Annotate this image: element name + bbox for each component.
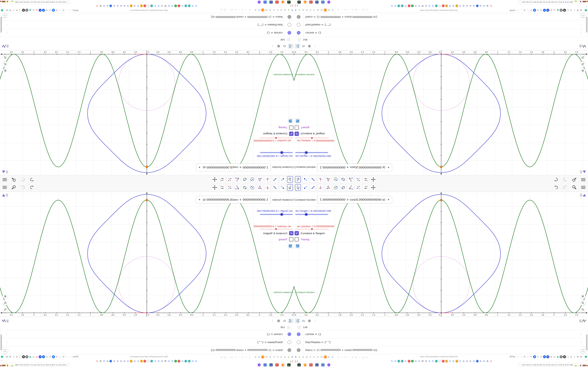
bookmark-favicon-G[interactable]: G <box>103 360 105 362</box>
extension-icon[interactable]: ● <box>35 9 38 12</box>
extension-icon[interactable]: ☆ <box>516 9 519 12</box>
bookmark-favicon-G[interactable]: G <box>181 5 184 7</box>
ellipse-tool-icon[interactable] <box>242 184 248 191</box>
line-tool-icon[interactable] <box>272 176 278 183</box>
extension-icon[interactable]: ↻ <box>312 355 316 359</box>
arc-position-slider-handle[interactable] <box>275 228 277 230</box>
extension-icon[interactable]: ○ <box>347 356 351 359</box>
curvature-tangent-checkbox[interactable]: ✓ <box>294 132 299 136</box>
bookmark-favicon-G[interactable]: G <box>432 5 434 7</box>
bookmark-favicon-bluedot[interactable] <box>476 5 479 7</box>
extension-icon[interactable]: ⊕ <box>305 8 308 12</box>
extension-icon[interactable]: ↻ <box>272 355 276 359</box>
extension-icon[interactable]: → <box>65 9 68 12</box>
extension-icon[interactable]: → <box>520 9 523 12</box>
redo-button[interactable] <box>20 177 26 182</box>
scrollbar-thumb[interactable] <box>0 334 2 350</box>
extension-icon[interactable]: ▼ <box>294 8 297 12</box>
bookmark-favicon-G[interactable]: G <box>404 5 407 7</box>
arc-length-slider[interactable] <box>295 152 328 153</box>
angle-tool-icon[interactable]: α <box>348 176 354 183</box>
extension-icon[interactable]: V <box>546 355 549 358</box>
algebra-panel-toggle-icon[interactable] <box>579 44 586 48</box>
point-tool-icon[interactable]: A <box>280 176 285 183</box>
extension-icon[interactable]: → <box>65 355 68 358</box>
bookmark-favicon-img[interactable]: ▲ <box>456 5 458 7</box>
extension-icon[interactable]: ⊙ <box>234 8 237 11</box>
stylebar-more-icon[interactable]: ⋮ <box>314 319 317 322</box>
extension-icon[interactable]: ⊕ <box>302 355 305 359</box>
bookmark-favicon-flower[interactable]: ✿ <box>452 360 455 362</box>
home-icon[interactable] <box>3 294 8 299</box>
bookmark-favicon-flower[interactable]: ✿ <box>479 5 482 7</box>
bookmark-favicon-flower[interactable]: ✿ <box>116 5 119 7</box>
extension-icon[interactable]: ↻ <box>312 8 316 12</box>
extension-icon[interactable]: ☆ <box>516 355 519 358</box>
step-forward-button[interactable]: ▶❙ <box>295 119 300 123</box>
tracing-checkbox[interactable] <box>294 237 299 242</box>
extension-icon[interactable]: ⇧ <box>12 355 15 358</box>
taskbar-monitor-icon[interactable]: ▤ <box>269 363 273 367</box>
list-item[interactable]: funcs = {1.000000000000 + cos(4.00000000… <box>294 346 588 354</box>
extension-icon[interactable]: ○ <box>340 356 344 359</box>
extension-icon[interactable]: ✎ <box>530 355 533 358</box>
chevron-up-icon[interactable]: ⌃ <box>585 360 587 362</box>
chevron-down-icon[interactable]: ▼ <box>199 198 201 201</box>
extension-icon[interactable]: ❏ <box>231 356 234 359</box>
extension-icon[interactable]: + <box>543 9 546 12</box>
list-item[interactable]: curves = {}⋮ <box>0 29 294 37</box>
circle-tool-icon[interactable] <box>250 176 255 183</box>
extension-icon[interactable]: V <box>39 355 42 358</box>
extension-icon[interactable]: ↻ <box>272 8 276 12</box>
extension-icon[interactable]: A <box>513 9 516 12</box>
extension-icon[interactable]: ⇧ <box>12 9 15 12</box>
visibility-toggle[interactable] <box>287 348 291 352</box>
perpendicular-line-tool-icon[interactable] <box>265 176 270 183</box>
bookmark-favicon-info[interactable]: i <box>147 5 150 7</box>
extension-icon[interactable]: ⊙ <box>337 8 340 11</box>
extension-icon[interactable]: A <box>52 9 55 12</box>
home-icon[interactable] <box>3 68 8 73</box>
bookmark-favicon-bluedot[interactable] <box>110 360 112 362</box>
extension-icon[interactable]: ⚒ <box>320 8 323 12</box>
polygon-tool-icon[interactable] <box>257 184 263 191</box>
graph-area[interactable]: -2.6-2.4-2.2-2-1.8-1.6-1.4-1.2-1-0.8-0.6… <box>0 192 294 317</box>
profile-avatar[interactable] <box>585 9 587 11</box>
extension-icon[interactable]: ⊙ <box>241 356 244 359</box>
extension-icon[interactable]: ◻ <box>220 356 223 359</box>
arc-length-slider-handle[interactable] <box>280 151 284 154</box>
extension-icon[interactable]: ⊙ <box>248 8 251 11</box>
bookmark-favicon-teal[interactable] <box>435 360 438 362</box>
fx-view-icon[interactable]: f x <box>301 44 306 48</box>
bookmark-favicon-gear[interactable]: ⚙ <box>99 360 102 362</box>
extension-icon[interactable]: ⊙ <box>536 355 539 358</box>
extension-icon[interactable]: A <box>533 9 536 12</box>
bookmark-favicon-flower[interactable]: ✿ <box>120 5 122 7</box>
extension-icon[interactable]: ▭ <box>553 9 556 12</box>
zoom-in-icon[interactable] <box>580 61 585 67</box>
extension-icon[interactable]: ⚙ <box>540 355 543 358</box>
bookmark-favicon-teal[interactable] <box>185 360 187 362</box>
step-forward-button[interactable]: ▶❙ <box>288 119 293 123</box>
chevron-up-icon[interactable]: ⌃ <box>585 5 587 7</box>
taskbar-redgear-icon[interactable]: ⚙ <box>275 363 279 367</box>
algebra-panel-toggle-icon[interactable] <box>579 319 586 323</box>
extension-icon[interactable]: ↻ <box>276 355 279 359</box>
extension-icon[interactable]: ⚒ <box>576 9 579 12</box>
point-tool-icon[interactable]: A <box>280 184 285 191</box>
bookmark-favicon-fred[interactable]: ƒ <box>490 360 492 362</box>
arc-length-slider-handle[interactable] <box>304 213 308 216</box>
extension-icon[interactable]: ⊕ <box>15 9 18 12</box>
extension-icon[interactable]: ◻ <box>220 8 223 11</box>
taskbar-robot-icon[interactable]: ☻ <box>257 0 261 4</box>
extension-icon[interactable]: ◉ <box>556 9 559 12</box>
extension-icon[interactable]: ◯ <box>361 8 364 11</box>
bookmark-favicon-flower[interactable]: ✿ <box>133 5 136 7</box>
extension-icon[interactable]: ☆ <box>69 9 72 12</box>
bookmark-favicon-G[interactable]: G <box>167 360 170 362</box>
extension-icon[interactable]: V <box>39 9 42 12</box>
url-text[interactable]: https://www.geogebra.org/classic/aagcxh3… <box>130 355 168 358</box>
slider-tool-icon[interactable]: a=2 <box>219 184 225 191</box>
tracing-checkbox[interactable] <box>294 125 299 130</box>
bookmark-favicon-G[interactable]: G <box>154 360 156 362</box>
